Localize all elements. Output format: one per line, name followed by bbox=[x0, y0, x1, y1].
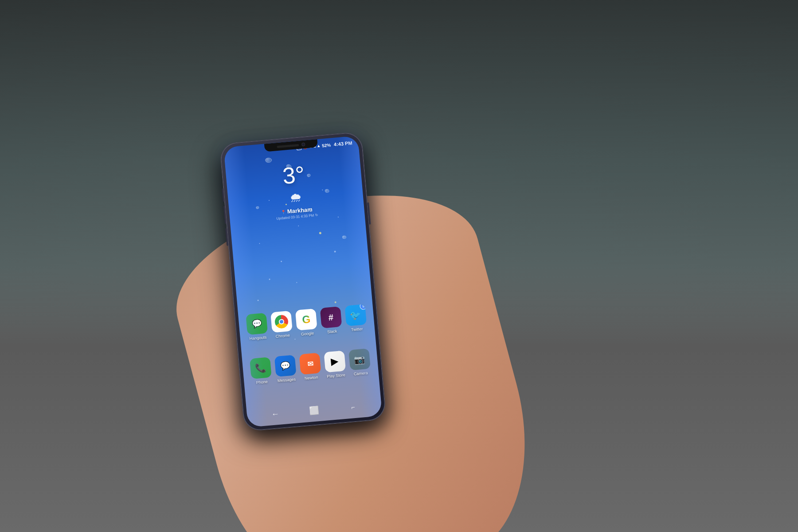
app-google[interactable]: G Google bbox=[295, 309, 318, 337]
hangouts-icon: 💬 bbox=[246, 313, 268, 335]
hand-holding-phone: N 🔕 ▲▲▲ 52% 4:43 PM 3° 🌧 📍 Markham bbox=[180, 133, 579, 532]
volume-up-button[interactable] bbox=[223, 206, 227, 224]
app-hangouts[interactable]: 💬 Hangouts bbox=[246, 313, 268, 341]
slack-symbol: # bbox=[328, 312, 334, 323]
bixby-button[interactable] bbox=[222, 188, 225, 202]
battery-level: 52% bbox=[322, 142, 331, 148]
app-newton[interactable]: ✉ Newton bbox=[299, 352, 322, 381]
app-twitter[interactable]: 🐦 S Twitter bbox=[344, 304, 367, 332]
weather-temperature: 3° bbox=[282, 163, 305, 188]
phone-body: N 🔕 ▲▲▲ 52% 4:43 PM 3° 🌧 📍 Markham bbox=[220, 132, 386, 431]
phone-app-icon: 📞 bbox=[250, 357, 272, 379]
phone-device: N 🔕 ▲▲▲ 52% 4:43 PM 3° 🌧 📍 Markham bbox=[220, 132, 386, 431]
back-button[interactable]: ← bbox=[266, 407, 285, 421]
clock: 4:43 PM bbox=[333, 140, 352, 147]
speaker bbox=[277, 144, 299, 148]
chrome-outer-ring bbox=[274, 314, 289, 329]
twitter-bird-icon: 🐦 bbox=[350, 309, 362, 321]
water-drop-3 bbox=[265, 157, 272, 162]
weather-widget[interactable]: 3° 🌧 📍 Markham Updated 03-31 4:33 PM ↻ bbox=[226, 158, 365, 225]
phone-screen: N 🔕 ▲▲▲ 52% 4:43 PM 3° 🌧 📍 Markham bbox=[223, 136, 382, 427]
camera-icon: 📷 bbox=[348, 348, 371, 371]
home-button[interactable]: ⬜ bbox=[305, 403, 323, 418]
location-pin-icon: 📍 bbox=[281, 209, 286, 214]
app-playstore[interactable]: ▶ Play Store bbox=[324, 351, 346, 379]
app-phone[interactable]: 📞 Phone bbox=[250, 357, 272, 385]
app-camera[interactable]: 📷 Camera bbox=[348, 348, 371, 377]
slack-icon: # bbox=[320, 306, 342, 329]
front-camera bbox=[301, 142, 305, 146]
slack-label: Slack bbox=[327, 329, 337, 334]
google-g-letter: G bbox=[301, 313, 311, 326]
weather-condition-icon: 🌧 bbox=[289, 190, 302, 205]
twitter-icon: 🐦 S bbox=[344, 304, 367, 326]
app-slack[interactable]: # Slack bbox=[320, 306, 343, 335]
app-chrome[interactable]: Chrome bbox=[270, 311, 293, 339]
app-messages[interactable]: 💬 Messages bbox=[274, 355, 297, 383]
chrome-icon bbox=[270, 311, 293, 333]
playstore-icon: ▶ bbox=[324, 351, 346, 373]
google-icon: G bbox=[295, 309, 317, 331]
chrome-inner-circle bbox=[278, 319, 284, 325]
newton-icon: ✉ bbox=[299, 352, 321, 375]
messages-icon: 💬 bbox=[274, 355, 297, 377]
recents-button[interactable]: ⌐ bbox=[344, 400, 362, 415]
